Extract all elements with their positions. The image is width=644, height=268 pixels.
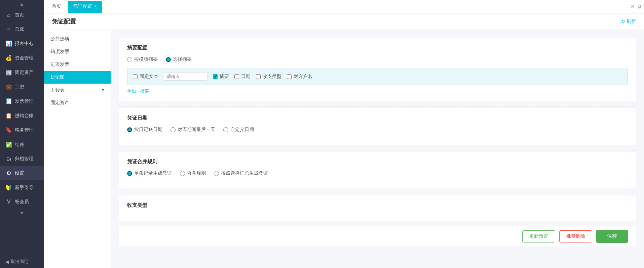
- tax-icon: 🔖: [5, 127, 12, 133]
- content-area: 公共选项 销项发票 进项发票 日记账 工资表 ▾ 固定资产 摘要配置: [44, 30, 644, 268]
- sidebar-item-settings[interactable]: ⚙ 设置: [0, 166, 44, 180]
- radio-select-merge-input[interactable]: [214, 171, 219, 176]
- right-content: 摘要配置 按模版摘要 选择摘要 固定文本: [111, 30, 644, 268]
- archive-icon: 🗂: [5, 156, 12, 162]
- invoice-icon: 🧾: [5, 98, 12, 104]
- sidebar-item-vip[interactable]: V 畅会员: [0, 195, 44, 209]
- nav-item-purchase-invoice[interactable]: 进项发票: [44, 58, 111, 71]
- tab-voucher-config[interactable]: 凭证配置 ×: [68, 1, 102, 13]
- tab-bar: 首页 凭证配置 × ✕ ⧉: [44, 0, 644, 13]
- sidebar: ▲ ⌂ 首页 ≡ 总账 📊 报表中心 💰 资金管理 🏢 固定资产 💼 工资 🧾 …: [0, 0, 44, 268]
- sidebar-unpin-button[interactable]: ◀ 取消固定: [0, 255, 44, 268]
- restore-window-icon[interactable]: ⧉: [638, 4, 641, 10]
- refresh-button[interactable]: ↻ 刷新: [621, 18, 636, 25]
- sidebar-item-tax[interactable]: 🔖 税务管理: [0, 123, 44, 137]
- radio-period-last-input[interactable]: [171, 127, 176, 132]
- left-nav: 公共选项 销项发票 进项发票 日记账 工资表 ▾ 固定资产: [44, 30, 111, 268]
- sidebar-item-ledger[interactable]: ≡ 总账: [0, 22, 44, 36]
- checkbox-summary-input[interactable]: [213, 74, 218, 79]
- ledger-icon: ≡: [5, 26, 12, 32]
- radio-custom-date-input[interactable]: [223, 127, 228, 132]
- sidebar-item-assets[interactable]: 🏢 固定资产: [0, 65, 44, 80]
- sidebar-item-archive[interactable]: 🗂 归档管理: [0, 152, 44, 166]
- tab-home[interactable]: 首页: [46, 1, 67, 13]
- nav-item-journal[interactable]: 日记账: [44, 71, 111, 84]
- assets-icon: 🏢: [5, 69, 12, 76]
- window-controls: ✕ ⧉: [631, 3, 641, 10]
- save-button[interactable]: 保存: [596, 230, 628, 243]
- sidebar-item-purchase[interactable]: 📋 进销台账: [0, 108, 44, 123]
- sidebar-item-funds[interactable]: 💰 资金管理: [0, 51, 44, 65]
- fixed-text-input[interactable]: [164, 72, 207, 81]
- update-preview-button[interactable]: 更新预置: [522, 230, 555, 242]
- merge-section-title: 凭证合并规则: [127, 159, 628, 165]
- radio-merge-rule-input[interactable]: [180, 171, 185, 176]
- sidebar-item-guide[interactable]: 🔰 新手引导: [0, 180, 44, 195]
- funds-icon: 💰: [5, 55, 12, 61]
- divider-1: [119, 106, 636, 107]
- checkbox-counterparty[interactable]: 对方户名: [287, 74, 312, 80]
- nav-item-public[interactable]: 公共选项: [44, 33, 111, 45]
- date-radio-group: 按日记账日期 对应期间最后一天 自定义日期: [127, 127, 628, 133]
- sidebar-item-report[interactable]: 📊 报表中心: [0, 36, 44, 51]
- checkbox-income-type[interactable]: 收支类型: [256, 74, 281, 80]
- batch-delete-button[interactable]: 批量删除: [559, 230, 592, 242]
- radio-custom-date[interactable]: 自定义日期: [223, 127, 254, 133]
- checkbox-summary[interactable]: 摘要: [213, 74, 229, 80]
- checkbox-date-input[interactable]: [234, 74, 239, 79]
- income-type-section: 收支类型: [119, 195, 636, 221]
- unpin-icon: ◀: [5, 259, 9, 264]
- sidebar-scroll-down[interactable]: ▼: [0, 209, 44, 217]
- home-icon: ⌂: [5, 12, 12, 18]
- checkbox-counterparty-input[interactable]: [287, 74, 292, 79]
- tab-close-icon[interactable]: ×: [94, 4, 97, 9]
- summary-section-title: 摘要配置: [127, 45, 628, 51]
- sidebar-item-invoice[interactable]: 🧾 发票管理: [0, 94, 44, 108]
- radio-merge-rule[interactable]: 合并规则: [180, 170, 206, 176]
- divider-3: [119, 194, 636, 194]
- radio-select-input[interactable]: [166, 57, 171, 62]
- settlement-icon: ✅: [5, 141, 12, 148]
- payroll-icon: 💼: [5, 84, 12, 90]
- sidebar-item-home[interactable]: ⌂ 首页: [0, 8, 44, 22]
- date-section-title: 凭证日期: [127, 115, 628, 121]
- radio-single-record[interactable]: 单条记录生成凭证: [127, 170, 172, 176]
- summary-section: 摘要配置 按模版摘要 选择摘要 固定文本: [119, 38, 636, 101]
- guide-icon: 🔰: [5, 184, 12, 191]
- settings-icon: ⚙: [5, 170, 12, 176]
- radio-single-input[interactable]: [127, 171, 132, 176]
- checkbox-date[interactable]: 日期: [234, 74, 251, 80]
- radio-journal-date-input[interactable]: [127, 127, 132, 132]
- nav-item-fixed-assets[interactable]: 固定资产: [44, 96, 111, 109]
- sidebar-item-settlement[interactable]: ✅ 结账: [0, 137, 44, 152]
- checkbox-fixed-text[interactable]: 固定文本: [133, 74, 158, 80]
- income-type-section-title: 收支类型: [127, 202, 628, 209]
- page-title: 凭证配置: [52, 17, 76, 26]
- radio-template-input[interactable]: [127, 57, 132, 62]
- sidebar-scroll-up[interactable]: ▲: [0, 0, 44, 8]
- divider-2: [119, 150, 636, 150]
- radio-select-summary[interactable]: 选择摘要: [166, 56, 192, 62]
- merge-section: 凭证合并规则 单条记录生成凭证 合并规则 按照选择汇总生成凭证: [119, 152, 636, 188]
- radio-template-summary[interactable]: 按模版摘要: [127, 56, 158, 62]
- close-window-icon[interactable]: ✕: [631, 3, 635, 10]
- chevron-down-icon: ▾: [102, 88, 104, 92]
- vip-icon: V: [5, 199, 12, 205]
- radio-journal-date[interactable]: 按日记账日期: [127, 127, 162, 133]
- nav-item-payroll-table[interactable]: 工资表 ▾: [44, 84, 111, 96]
- summary-radio-group: 按模版摘要 选择摘要: [127, 56, 628, 62]
- report-icon: 📊: [5, 40, 12, 47]
- summary-example: 例如：摘要: [127, 88, 628, 94]
- checkbox-income-type-input[interactable]: [256, 74, 261, 79]
- merge-radio-group: 单条记录生成凭证 合并规则 按照选择汇总生成凭证: [127, 170, 628, 176]
- date-section: 凭证日期 按日记账日期 对应期间最后一天 自定义日期: [119, 108, 636, 145]
- radio-select-merge[interactable]: 按照选择汇总生成凭证: [214, 170, 268, 176]
- summary-checkbox-row: 固定文本 摘要 日期 收支类型: [127, 68, 628, 85]
- purchase-icon: 📋: [5, 113, 12, 119]
- refresh-icon: ↻: [621, 19, 625, 24]
- radio-period-last[interactable]: 对应期间最后一天: [171, 127, 215, 133]
- nav-item-sales-invoice[interactable]: 销项发票: [44, 45, 111, 58]
- checkbox-fixed-text-input[interactable]: [133, 74, 138, 79]
- page-header: 凭证配置 ↻ 刷新: [44, 13, 644, 30]
- sidebar-item-payroll[interactable]: 💼 工资: [0, 80, 44, 94]
